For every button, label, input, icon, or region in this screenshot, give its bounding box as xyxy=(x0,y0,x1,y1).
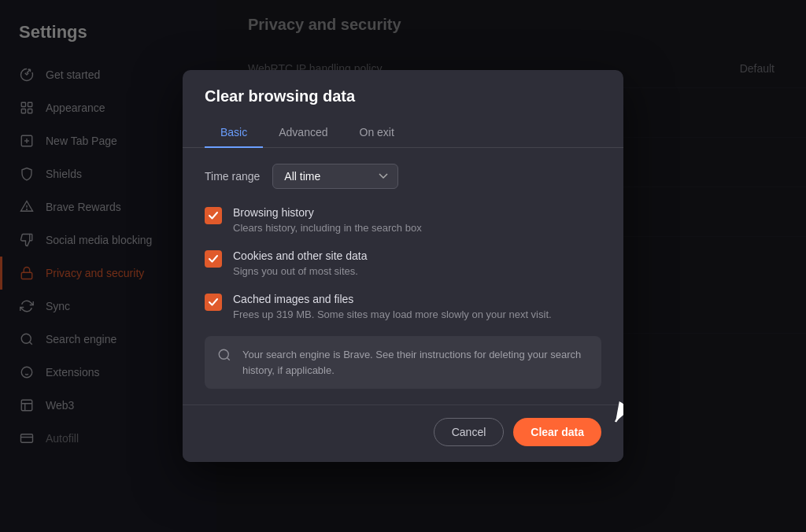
time-range-label: Time range xyxy=(205,170,260,183)
cached-content: Cached images and files Frees up 319 MB.… xyxy=(233,293,601,322)
browsing-history-desc: Clears history, including in the search … xyxy=(233,221,601,235)
arrow-annotation xyxy=(608,386,623,437)
modal-title: Clear browsing data xyxy=(205,87,601,105)
tab-advanced[interactable]: Advanced xyxy=(263,118,343,148)
cached-item: Cached images and files Frees up 319 MB.… xyxy=(205,293,601,322)
cookies-checkbox[interactable] xyxy=(205,250,222,268)
cached-checkbox[interactable] xyxy=(205,294,222,311)
info-box: Your search engine is Brave. See their i… xyxy=(205,336,601,389)
cookies-desc: Signs you out of most sites. xyxy=(233,264,601,279)
tab-on-exit[interactable]: On exit xyxy=(344,118,410,148)
browsing-history-title: Browsing history xyxy=(233,206,601,219)
modal-header: Clear browsing data xyxy=(183,70,623,118)
cached-title: Cached images and files xyxy=(233,293,601,305)
modal-footer: Cancel Clear data xyxy=(183,405,623,462)
time-range-row: Time range All time Last hour Last 24 ho… xyxy=(205,164,601,189)
browsing-history-checkbox[interactable] xyxy=(205,207,222,224)
cookies-content: Cookies and other site data Signs you ou… xyxy=(233,249,601,279)
cookies-title: Cookies and other site data xyxy=(233,249,601,262)
browsing-history-item: Browsing history Clears history, includi… xyxy=(205,206,601,235)
cached-desc: Frees up 319 MB. Some sites may load mor… xyxy=(233,308,601,322)
browsing-history-content: Browsing history Clears history, includi… xyxy=(233,206,601,235)
modal-tabs: Basic Advanced On exit xyxy=(183,118,623,148)
time-range-select[interactable]: All time Last hour Last 24 hours Last 7 … xyxy=(272,164,398,189)
clear-browsing-dialog: Clear browsing data Basic Advanced On ex… xyxy=(183,70,623,463)
clear-data-button[interactable]: Clear data xyxy=(513,418,601,446)
svg-line-24 xyxy=(227,358,229,360)
svg-point-23 xyxy=(219,350,228,360)
modal-overlay: Clear browsing data Basic Advanced On ex… xyxy=(0,0,806,532)
info-text: Your search engine is Brave. See their i… xyxy=(242,347,589,378)
cookies-item: Cookies and other site data Signs you ou… xyxy=(205,249,601,279)
tab-basic[interactable]: Basic xyxy=(205,118,263,148)
cancel-button[interactable]: Cancel xyxy=(434,418,505,446)
modal-body: Time range All time Last hour Last 24 ho… xyxy=(183,148,623,405)
search-info-icon xyxy=(217,348,233,364)
